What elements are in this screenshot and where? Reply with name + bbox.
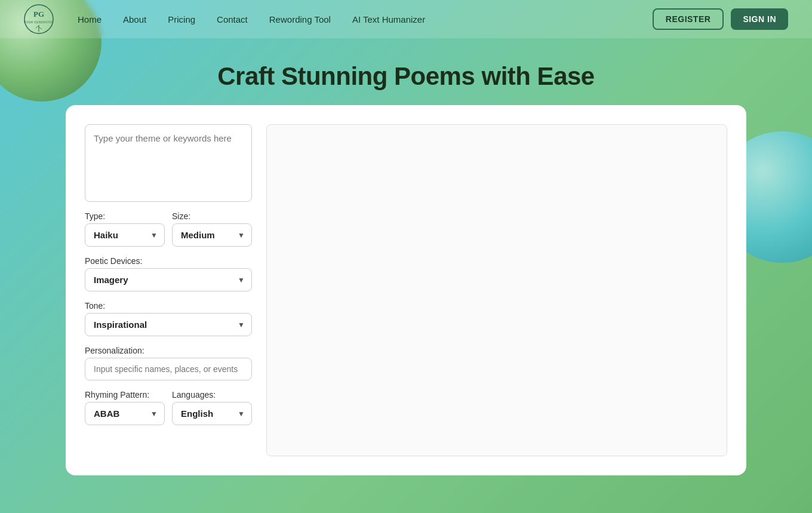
svg-line-4 — [36, 26, 39, 28]
output-panel — [266, 124, 727, 456]
register-button[interactable]: REGISTER — [653, 8, 724, 30]
nav-actions: REGISTER SIGN IN — [653, 8, 788, 30]
nav-home[interactable]: Home — [78, 14, 102, 24]
left-panel: Type: Haiku Sonnet Free Verse Limerick O… — [85, 124, 252, 456]
rhyming-languages-row: Rhyming Pattern: ABAB AABB None ▼ Langua… — [85, 390, 252, 425]
poetic-devices-field-group: Poetic Devices: Imagery Metaphor Alliter… — [85, 256, 252, 291]
hero-section: Craft Stunning Poems with Ease — [0, 38, 812, 105]
rhyming-select[interactable]: ABAB AABB None — [85, 402, 165, 425]
nav-about[interactable]: About — [123, 14, 146, 24]
personalization-input[interactable] — [85, 358, 252, 380]
navbar: PG POEM GENERATOR Home About Pricing Con… — [0, 0, 812, 38]
type-select-wrapper: Haiku Sonnet Free Verse Limerick Ode ▼ — [85, 223, 165, 247]
rhyming-field-group: Rhyming Pattern: ABAB AABB None ▼ — [85, 390, 165, 425]
type-field-group: Type: Haiku Sonnet Free Verse Limerick O… — [85, 211, 165, 247]
nav-contact[interactable]: Contact — [217, 14, 248, 24]
languages-field-group: Languages: English Spanish French German… — [172, 390, 252, 425]
languages-select-wrapper: English Spanish French German Italian ▼ — [172, 402, 252, 425]
theme-textarea[interactable] — [85, 124, 252, 202]
nav-rewording[interactable]: Rewording Tool — [269, 14, 331, 24]
rhyming-select-wrapper: ABAB AABB None ▼ — [85, 402, 165, 425]
size-label: Size: — [172, 211, 252, 221]
svg-text:PG: PG — [33, 10, 44, 19]
hero-title: Craft Stunning Poems with Ease — [12, 62, 800, 91]
nav-humanizer[interactable]: AI Text Humanizer — [352, 14, 425, 24]
type-select[interactable]: Haiku Sonnet Free Verse Limerick Ode — [85, 223, 165, 247]
rhyming-label: Rhyming Pattern: — [85, 390, 165, 400]
tone-label: Tone: — [85, 301, 252, 311]
tone-field-group: Tone: Inspirational Romantic Sad Humorou… — [85, 301, 252, 336]
nav-links: Home About Pricing Contact Rewording Too… — [78, 14, 653, 24]
svg-line-5 — [39, 27, 42, 29]
languages-label: Languages: — [172, 390, 252, 400]
personalization-field-group: Personalization: — [85, 346, 252, 380]
personalization-label: Personalization: — [85, 346, 252, 355]
main-card: Type: Haiku Sonnet Free Verse Limerick O… — [66, 105, 746, 475]
signin-button[interactable]: SIGN IN — [731, 8, 788, 30]
languages-select[interactable]: English Spanish French German Italian — [172, 402, 252, 425]
size-select-wrapper: Small Medium Large ▼ — [172, 223, 252, 247]
logo: PG POEM GENERATOR — [24, 4, 54, 34]
size-select[interactable]: Small Medium Large — [172, 223, 252, 247]
svg-text:POEM GENERATOR: POEM GENERATOR — [24, 21, 54, 24]
poetic-devices-label: Poetic Devices: — [85, 256, 252, 266]
poetic-devices-select[interactable]: Imagery Metaphor Alliteration Rhyme Symb… — [85, 268, 252, 291]
type-label: Type: — [85, 211, 165, 221]
poetic-devices-select-wrapper: Imagery Metaphor Alliteration Rhyme Symb… — [85, 268, 252, 291]
tone-select[interactable]: Inspirational Romantic Sad Humorous Nost… — [85, 313, 252, 336]
tone-select-wrapper: Inspirational Romantic Sad Humorous Nost… — [85, 313, 252, 336]
type-size-row: Type: Haiku Sonnet Free Verse Limerick O… — [85, 211, 252, 247]
logo-icon: PG POEM GENERATOR — [24, 4, 54, 34]
size-field-group: Size: Small Medium Large ▼ — [172, 211, 252, 247]
nav-pricing[interactable]: Pricing — [168, 14, 195, 24]
